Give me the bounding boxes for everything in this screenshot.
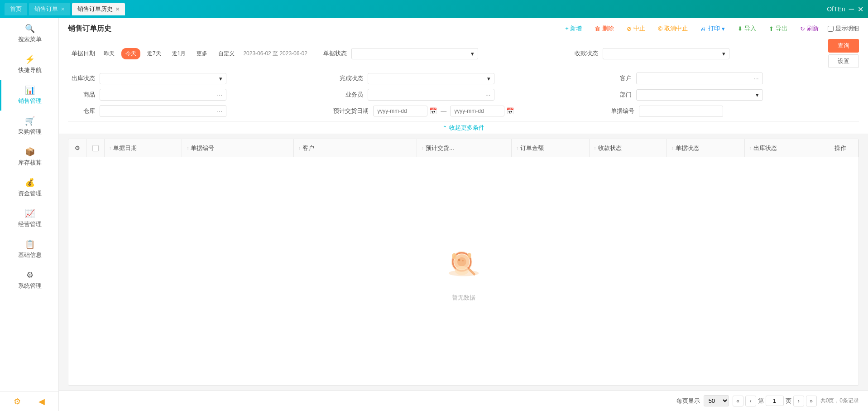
delivery-date-label: 预计交货日期 — [333, 107, 373, 115]
first-page-btn[interactable]: « — [733, 396, 743, 406]
setting-button[interactable]: 设置 — [828, 54, 859, 68]
th-action-label: 操作 — [834, 144, 846, 152]
collapse-label: 收起更多条件 — [449, 124, 484, 132]
product-label: 商品 — [68, 91, 100, 99]
sidebar-item-search-menu[interactable]: 🔍 搜索菜单 — [0, 18, 58, 49]
complete-status-label: 完成状态 — [336, 74, 368, 82]
date-btn-more[interactable]: 更多 — [192, 48, 211, 59]
header-checkbox[interactable] — [92, 145, 99, 151]
pay-status-select[interactable]: ▾ — [603, 48, 729, 59]
th-number[interactable]: ↕ 单据编号 — [182, 139, 294, 157]
tab-sales-order-close[interactable]: ✕ — [61, 6, 65, 12]
dept-select[interactable]: ▾ — [636, 89, 763, 101]
del-icon: 🗑 — [595, 25, 600, 32]
sidebar-item-purchase[interactable]: 🛒 采购管理 — [0, 111, 58, 141]
tab-sales-order[interactable]: 销售订单 ✕ — [29, 3, 70, 15]
salesperson-select[interactable]: ··· — [368, 89, 494, 101]
th-date-sort-asc: ↕ — [109, 145, 111, 150]
empty-state: 暂无数据 — [68, 157, 858, 385]
out-status-select[interactable]: ▾ — [100, 73, 226, 84]
sidebar-item-system[interactable]: ⚙ 系统管理 — [0, 265, 58, 295]
page-input[interactable] — [766, 396, 784, 406]
sidebar-settings-icon[interactable]: ⚙ — [14, 396, 21, 406]
th-customer[interactable]: ↕ 客户 — [294, 139, 417, 157]
tab-sales-order-history-close[interactable]: ✕ — [115, 6, 120, 12]
filter-row-date: 单据日期 昨天 今天 近7天 近1月 更多 自定义 2023-06-02 至 2… — [68, 39, 859, 68]
page-nav: « ‹ 第 页 › » — [733, 396, 817, 406]
total-text: 共0页，0条记录 — [820, 397, 859, 405]
product-control: ··· — [100, 89, 322, 101]
salesperson-ellipsis[interactable]: ··· — [485, 91, 491, 98]
sidebar: 🔍 搜索菜单 ⚡ 快捷导航 📊 销售管理 🛒 采购管理 📦 库存核算 💰 资金管… — [0, 18, 59, 411]
delivery-date-from[interactable] — [373, 106, 427, 116]
cancel-icon: © — [658, 25, 662, 32]
date-btn-yesterday[interactable]: 昨天 — [100, 48, 119, 59]
query-button[interactable]: 查询 — [828, 39, 859, 53]
next-page-btn[interactable]: › — [793, 396, 804, 406]
tab-home[interactable]: 首页 — [5, 3, 27, 15]
collapse-row[interactable]: ⌃ 收起更多条件 — [68, 121, 859, 134]
order-status-select[interactable]: ▾ — [351, 48, 478, 59]
export-button[interactable]: ⬆ 导出 — [765, 23, 791, 34]
per-page-select[interactable]: 50 10 20 100 — [704, 395, 729, 406]
th-delivery-label: 预计交货... — [426, 144, 454, 152]
date-btn-1month[interactable]: 近1月 — [168, 48, 190, 59]
pay-status-control: ▾ — [603, 48, 823, 59]
basic-info-icon: 📋 — [25, 239, 35, 249]
cancel-stop-button[interactable]: © 取消中止 — [654, 23, 691, 34]
window-close-btn[interactable]: ✕ — [858, 5, 863, 14]
print-button[interactable]: 🖨 打印 ▾ — [697, 23, 729, 34]
sidebar-item-sales[interactable]: 📊 销售管理 — [0, 80, 58, 111]
th-out-status[interactable]: ↕ 出库状态 — [745, 139, 822, 157]
pay-status-dropdown-icon: ▾ — [722, 50, 725, 57]
import-button[interactable]: ⬇ 导入 — [734, 23, 760, 34]
display-detail-label: 显示明细 — [835, 24, 859, 33]
sidebar-item-inventory[interactable]: 📦 库存核算 — [0, 141, 58, 172]
cal-from-icon[interactable]: 📅 — [429, 107, 437, 115]
product-ellipsis[interactable]: ··· — [217, 91, 222, 98]
th-checkbox[interactable] — [86, 139, 105, 157]
sidebar-item-finance-label: 资金管理 — [18, 189, 42, 198]
date-btn-custom[interactable]: 自定义 — [214, 48, 239, 59]
customer-select[interactable]: ··· — [636, 73, 763, 84]
date-btn-today[interactable]: 今天 — [121, 48, 140, 59]
date-range-text: 2023-06-02 至 2023-06-02 — [243, 50, 307, 58]
th-date[interactable]: ↕ 单据日期 — [105, 139, 182, 157]
date-btn-7days[interactable]: 近7天 — [143, 48, 165, 59]
tab-sales-order-history[interactable]: 销售订单历史 ✕ — [72, 3, 125, 15]
cancel-btn-label: 取消中止 — [664, 24, 688, 33]
sidebar-item-basic-info[interactable]: 📋 基础信息 — [0, 234, 58, 265]
display-detail-checkbox[interactable]: 显示明细 — [828, 24, 859, 33]
sidebar-item-operations[interactable]: 📈 经营管理 — [0, 203, 58, 234]
order-no-input[interactable] — [639, 106, 723, 117]
complete-status-select[interactable]: ▾ — [368, 73, 494, 84]
sidebar-item-quick-nav[interactable]: ⚡ 快捷导航 — [0, 49, 58, 80]
th-out-status-sort: ↕ — [749, 145, 752, 150]
prev-page-btn[interactable]: ‹ — [745, 396, 756, 406]
th-number-sort: ↕ — [187, 145, 189, 150]
sidebar-collapse-icon[interactable]: ◀ — [38, 396, 45, 406]
stop-button[interactable]: ⊘ 中止 — [623, 23, 649, 34]
last-page-btn[interactable]: » — [806, 396, 817, 406]
stop-icon: ⊘ — [627, 25, 632, 32]
sidebar-item-finance[interactable]: 💰 资金管理 — [0, 172, 58, 203]
th-delivery[interactable]: ↕ 预计交货... — [417, 139, 512, 157]
filter-row-3: 商品 ··· 业务员 ··· 部门 — [68, 89, 859, 101]
delivery-date-to[interactable] — [450, 106, 504, 116]
customer-ellipsis[interactable]: ··· — [753, 75, 759, 82]
th-payment-status[interactable]: ↕ 收款状态 — [590, 139, 667, 157]
refresh-button[interactable]: ↻ 刷新 — [796, 23, 822, 34]
display-detail-input[interactable] — [828, 26, 834, 32]
product-select[interactable]: ··· — [100, 89, 226, 101]
th-settings[interactable]: ⚙ — [68, 139, 86, 157]
window-min-btn[interactable]: ─ — [849, 5, 854, 13]
warehouse-ellipsis[interactable]: ··· — [217, 107, 222, 115]
complete-status-control: ▾ — [368, 73, 590, 84]
cal-to-icon[interactable]: 📅 — [506, 107, 514, 115]
th-amount[interactable]: ↕ 订单金额 — [512, 139, 589, 157]
customer-label: 客户 — [604, 74, 636, 82]
warehouse-select[interactable]: ··· — [100, 105, 226, 117]
delete-button[interactable]: 🗑 删除 — [591, 23, 618, 34]
th-order-status[interactable]: ↕ 单据状态 — [667, 139, 744, 157]
new-button[interactable]: + 新增 — [561, 23, 585, 34]
